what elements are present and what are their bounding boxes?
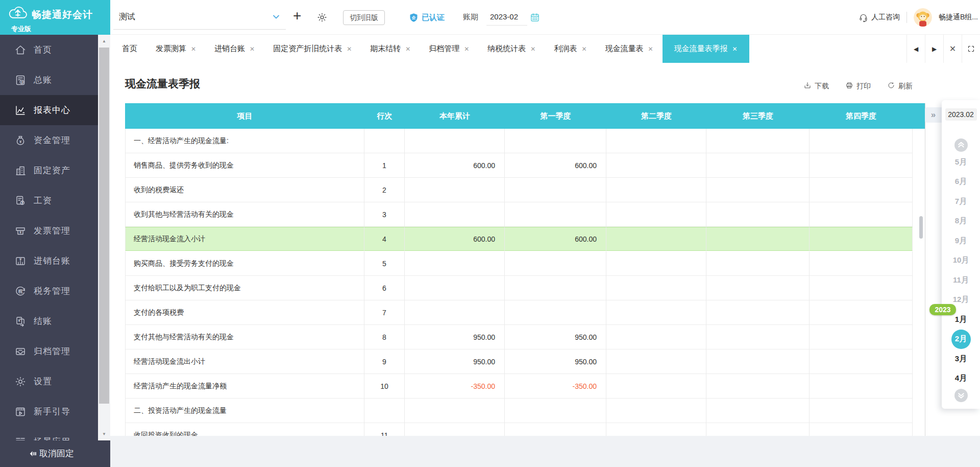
sidebar-item-ledger[interactable]: ¥ 总账 <box>0 65 98 95</box>
tab-close-icon[interactable]: ✕ <box>732 45 738 53</box>
tab-close-icon[interactable]: ✕ <box>581 45 586 53</box>
tab-close-icon[interactable]: ✕ <box>250 45 255 53</box>
download-icon <box>803 81 812 91</box>
user-name[interactable]: 畅捷通B组... <box>939 13 978 22</box>
certified-badge[interactable]: 企 已认证 <box>408 0 445 35</box>
month-item[interactable]: 8月 <box>942 212 980 231</box>
sidebar-item-inout[interactable]: ¥ 进销台账 <box>0 246 98 276</box>
sidebar: 首页 ¥ 总账 报表中心 ¥ 资金管理 固定资产 ¥ 工资 ¥ 发票管理 ¥ 进… <box>0 35 98 467</box>
month-item[interactable]: 6月 <box>942 172 980 192</box>
sidebar-item-archive[interactable]: 归档管理 <box>0 336 98 366</box>
month-item[interactable]: 5月 <box>942 152 980 172</box>
table-row[interactable]: 销售商品、提供劳务收到的现金 1 600.00 600.00 <box>125 153 925 178</box>
tab[interactable]: 发票测算 ✕ <box>146 35 205 63</box>
sidebar-item-tax[interactable]: 税 税务管理 <box>0 276 98 306</box>
tab-close-icon[interactable]: ✕ <box>648 45 653 53</box>
tab-close-icon[interactable]: ✕ <box>530 45 535 53</box>
report-icon <box>14 104 27 116</box>
collapse-panel-button[interactable]: » <box>925 107 942 123</box>
month-item[interactable]: 7月 <box>942 192 980 212</box>
calendar-icon[interactable] <box>530 12 540 22</box>
sidebar-item-settings[interactable]: 设置 <box>0 366 98 396</box>
sidebar-item-reports[interactable]: 报表中心 <box>0 95 98 125</box>
table-row[interactable]: 支付的各项税费 7 <box>125 300 925 325</box>
table-header-cell: 第一季度 <box>505 103 606 129</box>
tab[interactable]: 固定资产折旧统计表 ✕ <box>264 35 361 63</box>
tab[interactable]: 首页 <box>113 35 146 63</box>
chevron-down-icon[interactable] <box>272 12 281 21</box>
guide-icon <box>14 406 27 418</box>
tab-close-icon[interactable]: ✕ <box>191 45 196 53</box>
brand-name: 畅捷通好会计 <box>32 8 93 21</box>
tab[interactable]: 进销台账 ✕ <box>205 35 264 63</box>
table-row[interactable]: 支付给职工以及为职工支付的现金 6 <box>125 276 925 300</box>
months-scroll-down-button[interactable] <box>954 388 968 403</box>
sidebar-item-guide[interactable]: 新手引导 <box>0 396 98 427</box>
months-scroll-up-button[interactable] <box>954 138 968 152</box>
table-scrollbar-thumb[interactable] <box>919 216 923 239</box>
tab-scroll-right-button[interactable]: ▶ <box>925 35 943 63</box>
tab[interactable]: 现金流量表 ✕ <box>596 35 662 63</box>
unpin-sidebar-button[interactable]: 取消固定 <box>28 448 74 459</box>
sidebar-item-home[interactable]: 首页 <box>0 35 98 65</box>
avatar[interactable] <box>914 8 932 27</box>
table-row[interactable]: 二、投资活动产生的现金流量 <box>125 399 925 423</box>
scroll-up-arrow-icon[interactable]: ▲ <box>98 39 110 43</box>
month-item[interactable]: 10月 <box>942 251 980 271</box>
fund-icon: ¥ <box>14 134 27 147</box>
period-label: 账期 <box>463 0 478 35</box>
home-icon <box>14 44 27 56</box>
table-row[interactable]: 收回投资收到的现金 11 <box>125 423 925 436</box>
table-header-cell: 第二季度 <box>606 103 706 129</box>
tab[interactable]: 现金流量表季报 ✕ <box>663 35 749 63</box>
close-tabs-button[interactable]: ✕ <box>943 35 962 63</box>
tab-bar: 首页 发票测算 ✕ 进销台账 ✕ 固定资产折旧统计表 ✕ 期末结转 ✕ 归档管理… <box>110 35 980 63</box>
table-header-cell: 项目 <box>125 103 364 129</box>
table-header-row: 项目行次本年累计第一季度第二季度第三季度第四季度 <box>125 103 925 129</box>
tab[interactable]: 纳税统计表 ✕ <box>478 35 545 63</box>
tab-scroll-left-button[interactable]: ◀ <box>906 35 925 63</box>
add-account-set-button[interactable]: + <box>293 8 301 24</box>
month-item[interactable]: 4月 <box>942 369 980 389</box>
table-row[interactable]: 经营活动现金流出小计 9 950.00 950.00 <box>125 349 925 374</box>
table-header-cell: 第三季度 <box>706 103 810 129</box>
scroll-down-arrow-icon[interactable]: ▼ <box>98 432 110 436</box>
table-row[interactable]: 一、经营活动产生的现金流量: <box>125 129 925 153</box>
table-row[interactable]: 购买商品、接受劳务支付的现金 5 <box>125 251 925 276</box>
month-item[interactable]: 11月 <box>942 270 980 290</box>
month-item[interactable]: 2月 <box>942 330 980 349</box>
table-row[interactable]: 经营活动产生的现金流量净额 10 -350.00 -350.00 <box>125 374 925 399</box>
support-button[interactable]: 人工咨询 <box>859 13 900 22</box>
tab[interactable]: 利润表 ✕ <box>545 35 596 63</box>
month-item[interactable]: 9月 <box>942 231 980 251</box>
tab[interactable]: 期末结转 ✕ <box>361 35 420 63</box>
tab-close-icon[interactable]: ✕ <box>405 45 410 53</box>
gear-icon[interactable] <box>316 12 328 23</box>
closing-icon: ¥ <box>14 315 27 328</box>
switch-old-version-button[interactable]: 切到旧版 <box>343 10 385 25</box>
sidebar-item-closing[interactable]: ¥ 结账 <box>0 306 98 336</box>
table-row[interactable]: 收到的税费返还 2 <box>125 178 925 202</box>
fullscreen-button[interactable] <box>962 35 980 63</box>
salary-icon: ¥ <box>14 195 27 207</box>
table-row[interactable]: 收到其他与经营活动有关的现金 3 <box>125 202 925 227</box>
sidebar-item-funds[interactable]: ¥ 资金管理 <box>0 125 98 155</box>
tab[interactable]: 归档管理 ✕ <box>420 35 478 63</box>
year-badge: 2023 <box>929 304 956 315</box>
period-value[interactable]: 2023-02 <box>490 0 518 35</box>
tab-close-icon[interactable]: ✕ <box>464 45 469 53</box>
action-button-download[interactable]: 下载 <box>803 81 829 91</box>
tab-close-icon[interactable]: ✕ <box>347 45 352 53</box>
action-button-refresh[interactable]: 刷新 <box>887 81 913 91</box>
sidebar-scrollbar-thumb[interactable] <box>99 48 109 404</box>
action-button-print[interactable]: 打印 <box>845 81 871 91</box>
sidebar-scrollbar[interactable]: ▲ ▼ <box>98 35 110 440</box>
month-item[interactable]: 3月 <box>942 349 980 369</box>
sidebar-item-salary[interactable]: ¥ 工资 <box>0 185 98 216</box>
sidebar-item-invoice[interactable]: ¥ 发票管理 <box>0 216 98 246</box>
table-row[interactable]: 支付其他与经营活动有关的现金 8 950.00 950.00 <box>125 325 925 349</box>
content-area: 现金流量表季报 下载 打印 刷新 项目行次本年累计第一季度第二季度第三季度第四季… <box>110 63 980 467</box>
table-row[interactable]: 经营活动现金流入小计 4 600.00 600.00 <box>125 227 925 251</box>
sidebar-item-assets[interactable]: 固定资产 <box>0 155 98 185</box>
brand-edition: 专业版 <box>11 25 31 34</box>
